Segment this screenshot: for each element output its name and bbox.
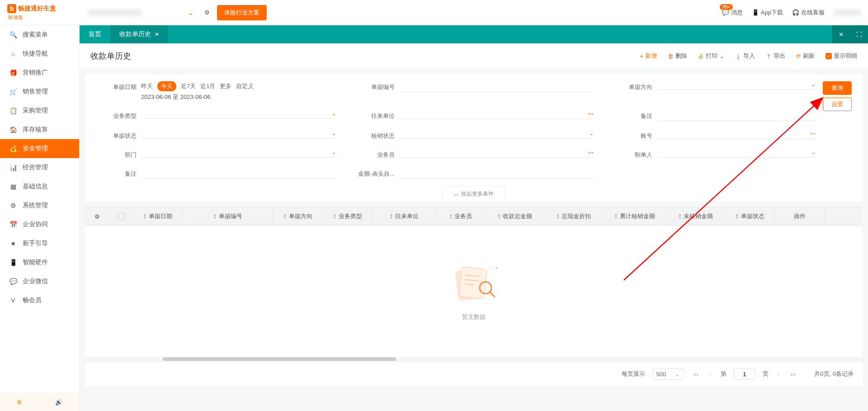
sort-icon: ▲▼ — [213, 213, 217, 220]
sidebar-item-7[interactable]: 📊经营管理 — [0, 158, 79, 177]
sort-icon: ▲▼ — [497, 213, 501, 220]
creator-select[interactable]: ⌄ — [657, 149, 816, 158]
sidebar-icon: 📱 — [9, 258, 17, 266]
next-page-button[interactable]: › — [776, 371, 781, 378]
add-button[interactable]: +新增 — [640, 52, 657, 60]
writeoff-status-select[interactable]: ⌄ — [399, 130, 594, 139]
table-col-4[interactable]: ▲▼往来单位 — [373, 207, 436, 225]
doc-status-select[interactable]: ⌄ — [141, 130, 336, 139]
sidebar-item-6[interactable]: 💰资金管理 — [0, 139, 79, 158]
sidebar-item-3[interactable]: 🛒销售管理 — [0, 82, 79, 101]
date-quick-yesterday[interactable]: 昨天 — [141, 82, 153, 90]
prev-page-button[interactable]: ‹ — [708, 371, 713, 378]
remark2-input[interactable] — [141, 168, 336, 179]
filter-direction: 单据方向 ⌄ — [612, 81, 852, 101]
chevron-down-icon: ⌄ — [331, 130, 336, 136]
experience-plan-button[interactable]: 体验行业方案 — [217, 5, 267, 20]
app-download-link[interactable]: 📱 App下载 — [752, 9, 783, 17]
per-page-select[interactable]: 500⌄ — [652, 369, 684, 380]
user-name-blurred[interactable] — [834, 9, 861, 16]
scrollbar-thumb[interactable] — [163, 357, 396, 361]
sidebar-label: 销售管理 — [23, 88, 48, 96]
sidebar-item-1[interactable]: ⌂快捷导航 — [0, 44, 79, 63]
company-dropdown[interactable]: ⌄ — [84, 9, 197, 16]
sidebar-label: 企业协同 — [23, 220, 48, 229]
date-quick-today[interactable]: 今天 — [157, 81, 176, 91]
chevron-down-icon: ⌄ — [675, 371, 680, 378]
tab-close-icon[interactable]: ✕ — [155, 31, 159, 37]
refresh-button[interactable]: ⟳刷新 — [796, 52, 815, 60]
biz-type-select[interactable]: ⌄ — [141, 110, 336, 119]
trash-icon: 🗑 — [668, 53, 674, 60]
table-col-11[interactable]: 操作 — [775, 207, 825, 225]
sidebar-item-4[interactable]: 📋采购管理 — [0, 101, 79, 120]
table-col-6[interactable]: ▲▼收款总金额 — [486, 207, 544, 225]
sidebar-label: 采购管理 — [23, 107, 48, 115]
sidebar-label: 库存核算 — [23, 126, 48, 134]
sidebar-item-8[interactable]: ▦基础信息 — [0, 177, 79, 196]
import-button[interactable]: ⭳导入 — [736, 52, 755, 60]
query-button[interactable]: 查询 — [823, 81, 852, 95]
sidebar-item-11[interactable]: ★新手引导 — [0, 234, 79, 253]
print-button[interactable]: 🖨打印⌄ — [698, 52, 725, 60]
direction-select[interactable]: ⌄ — [657, 81, 816, 90]
ellipsis-icon: ⋯ — [588, 149, 594, 156]
table-col-10[interactable]: ▲▼单据状态 — [725, 207, 775, 225]
tab-close-all-button[interactable]: ✕ — [832, 25, 850, 43]
table-col-1[interactable]: ▲▼单据编号 — [183, 207, 273, 225]
collapse-filters-button[interactable]: ︽ 收起更多条件 — [442, 186, 505, 201]
date-quick-picks: 昨天 今天 近7天 近1月 更多 自定义 — [141, 81, 336, 91]
sidebar-label: 资金管理 — [23, 145, 48, 153]
select-all-column[interactable] — [109, 207, 133, 225]
horizontal-scrollbar[interactable] — [85, 357, 863, 361]
show-detail-toggle[interactable]: ✓显示明细 — [826, 52, 857, 60]
sidebar-item-10[interactable]: 📅企业协同 — [0, 215, 79, 234]
sidebar-item-9[interactable]: ⚙系统管理 — [0, 196, 79, 215]
settings-button[interactable]: 设置 — [823, 98, 852, 111]
table-col-8[interactable]: ▲▼累计核销金额 — [603, 207, 666, 225]
sidebar-item-13[interactable]: 💬企业微信 — [0, 272, 79, 291]
online-service-link[interactable]: 🎧 在线客服 — [792, 9, 825, 17]
table-col-9[interactable]: ▲▼未核销金额 — [666, 207, 725, 225]
remark-input[interactable] — [657, 110, 816, 121]
last-page-button[interactable]: ⏭ — [788, 371, 798, 378]
footer-gear-icon[interactable]: ⚙ — [17, 399, 22, 406]
table-col-0[interactable]: ▲▼单据日期 — [133, 207, 183, 225]
sidebar-item-14[interactable]: V畅会员 — [0, 291, 79, 310]
sidebar-icon: 🎁 — [9, 69, 17, 77]
dept-select[interactable]: ⌄ — [141, 149, 336, 158]
app-header: b 畅捷通好生意 标准版 ⌄ ⚙ 体验行业方案 💬 消息 99+ 📱 App下载… — [0, 0, 868, 25]
table-col-5[interactable]: ▲▼业务员 — [436, 207, 486, 225]
tab-1[interactable]: 收款单历史✕ — [110, 25, 168, 43]
export-button[interactable]: ⭱导出 — [766, 52, 785, 60]
messages-link[interactable]: 💬 消息 99+ — [722, 9, 743, 17]
sidebar-item-12[interactable]: 📱智能硬件 — [0, 253, 79, 272]
sidebar-item-2[interactable]: 🎁营销推广 — [0, 63, 79, 82]
table-col-3[interactable]: ▲▼业务类型 — [323, 207, 373, 225]
tab-fullscreen-button[interactable]: ⛶ — [850, 25, 868, 43]
sort-icon: ▲▼ — [614, 213, 618, 220]
salesman-lookup[interactable]: ⋯ — [399, 149, 594, 158]
date-quick-1month[interactable]: 近1月 — [200, 82, 215, 90]
table-col-2[interactable]: ▲▼单据方向 — [273, 207, 323, 225]
amount-header-input[interactable] — [399, 168, 594, 179]
partner-lookup[interactable]: ⋯ — [399, 110, 594, 119]
page-number-input[interactable] — [734, 368, 755, 380]
date-quick-7days[interactable]: 近7天 — [181, 82, 196, 90]
footer-speaker-icon[interactable]: 🔊 — [55, 399, 62, 406]
table-col-7[interactable]: ▲▼总现金折扣 — [544, 207, 603, 225]
date-quick-more[interactable]: 更多 — [220, 82, 231, 90]
sidebar-label: 经营管理 — [23, 163, 48, 172]
doc-no-input[interactable] — [399, 81, 594, 92]
sidebar-item-0[interactable]: 🔍搜索菜单 — [0, 25, 79, 44]
delete-button[interactable]: 🗑删除 — [668, 52, 687, 60]
table-settings-column[interactable]: ⚙ — [85, 207, 109, 225]
sidebar-item-5[interactable]: 🏠库存核算 — [0, 120, 79, 139]
first-page-button[interactable]: ⏮ — [691, 371, 701, 378]
chevron-down-icon: ⌄ — [719, 52, 725, 60]
gear-icon[interactable]: ⚙ — [204, 9, 210, 16]
date-quick-custom[interactable]: 自定义 — [236, 82, 254, 90]
tab-0[interactable]: 首页 — [80, 25, 110, 43]
date-range-display[interactable]: 2023-06-06 至 2023-06-06 — [141, 93, 336, 101]
account-lookup[interactable]: ⋯ — [657, 130, 816, 139]
